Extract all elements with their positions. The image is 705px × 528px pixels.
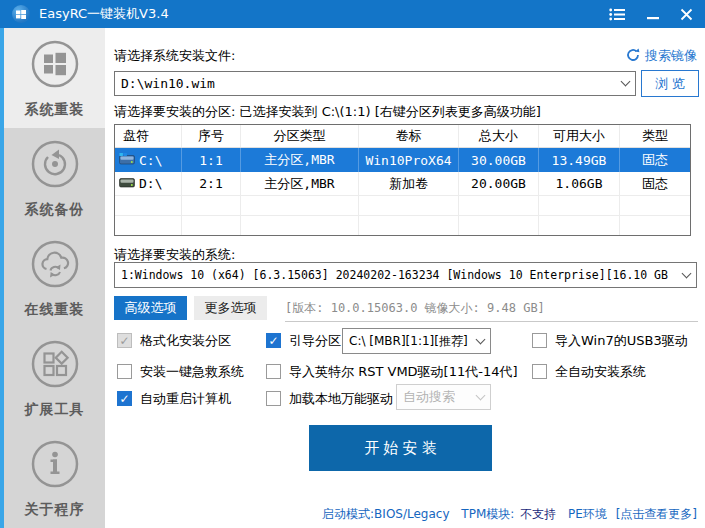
chevron-down-icon <box>682 268 692 278</box>
table-header-cell[interactable]: 类型 <box>620 125 690 147</box>
option-label: 加载本地万能驱动 <box>289 390 393 408</box>
refresh-icon <box>626 48 640 65</box>
version-info: [版本: 10.0.15063.0 镜像大小: 9.48 GB] <box>285 300 698 322</box>
file-path-value: D:\win10.wim <box>121 76 215 91</box>
tools-grid-icon <box>29 338 81 394</box>
chevron-down-icon <box>476 334 486 344</box>
table-header-row: 盘符 序号 分区类型 卷标 总大小 可用大小 类型 <box>115 125 690 148</box>
partition-index: 1:1 <box>182 148 241 172</box>
partition-disk-type: 固态 <box>620 172 690 195</box>
browse-button[interactable]: 浏 览 <box>641 70 699 97</box>
option-format-partition: 格式化安装分区 <box>117 332 231 349</box>
checkbox-format-partition[interactable] <box>117 333 132 348</box>
option-local-driver: 加载本地万能驱动 <box>266 390 393 407</box>
partition-type: 主分区,MBR <box>241 148 359 172</box>
app-window: EasyRC一键装机V3.4 <box>0 0 705 528</box>
drive-icon <box>119 153 135 168</box>
tpm-status: 不支持 <box>520 507 556 521</box>
app-logo-icon <box>12 5 30 23</box>
titlebar: EasyRC一键装机V3.4 <box>0 0 705 28</box>
partition-disk-type: 固态 <box>620 148 690 172</box>
sidebar-item-extension-tools[interactable]: 扩展工具 <box>4 328 105 428</box>
option-label: 全自动安装系统 <box>555 363 646 381</box>
window-title: EasyRC一键装机V3.4 <box>39 5 169 23</box>
partition-volume: 新加卷 <box>359 172 459 195</box>
checkbox-win7-usb3[interactable] <box>532 333 547 348</box>
partition-row-c[interactable]: C:\ 1:1 主分区,MBR Win10ProX64 30.00GB 13.4… <box>115 148 690 172</box>
partition-row-d[interactable]: D:\ 2:1 主分区,MBR 新加卷 20.00GB 1.06GB 固态 <box>115 172 690 196</box>
sidebar-item-system-reinstall[interactable]: 系统重装 <box>4 28 105 128</box>
sidebar-item-label: 扩展工具 <box>25 401 85 419</box>
table-header-cell[interactable]: 序号 <box>182 125 241 147</box>
system-select-value: 1:Windows 10 (x64) [6.3.15063] 20240202-… <box>121 268 668 282</box>
partition-volume: Win10ProX64 <box>359 148 459 172</box>
file-path-combobox[interactable]: D:\win10.wim <box>114 71 636 96</box>
chevron-down-icon <box>476 390 486 400</box>
sidebar-item-label: 关于程序 <box>25 501 85 519</box>
table-header-cell[interactable]: 总大小 <box>459 125 539 147</box>
boot-partition-value: C:\ [MBR][1:1][推荐] <box>349 333 468 350</box>
chevron-down-icon <box>621 77 631 87</box>
view-more-link[interactable]: [点击查看更多] <box>616 507 697 521</box>
search-image-link[interactable]: 搜索镜像 <box>626 47 697 65</box>
partition-select-label: 请选择要安装的分区: 已选择安装到 C:\(1:1) [右键分区列表更多高级功能… <box>114 103 541 121</box>
table-empty-row <box>115 216 690 235</box>
pe-env-text: PE环境 <box>568 507 607 521</box>
partition-free: 13.49GB <box>539 148 620 172</box>
table-header-cell[interactable]: 卷标 <box>359 125 459 147</box>
sidebar: 系统重装 系统备份 <box>4 28 105 528</box>
table-header-cell[interactable]: 可用大小 <box>539 125 620 147</box>
partition-table: 盘符 序号 分区类型 卷标 总大小 可用大小 类型 C:\ <box>114 124 691 236</box>
option-rescue-system: 安装一键急救系统 <box>117 363 244 380</box>
sidebar-item-label: 系统重装 <box>25 101 85 119</box>
system-select-combobox[interactable]: 1:Windows 10 (x64) [6.3.15063] 20240202-… <box>114 262 697 288</box>
sidebar-item-about-program[interactable]: 关于程序 <box>4 428 105 528</box>
table-header-cell[interactable]: 分区类型 <box>241 125 359 147</box>
table-header-cell[interactable]: 盘符 <box>115 125 182 147</box>
option-label: 引导分区: <box>289 332 345 350</box>
checkbox-auto-restart[interactable] <box>117 391 132 406</box>
partition-index: 2:1 <box>182 172 241 195</box>
option-win7-usb3: 导入Win7的USB3驱动 <box>532 332 688 349</box>
partition-type: 主分区,MBR <box>241 172 359 195</box>
option-label: 格式化安装分区 <box>140 332 231 350</box>
option-intel-rst: 导入英特尔 RST VMD驱动[11代-14代] <box>266 363 518 380</box>
sidebar-item-label: 系统备份 <box>25 201 85 219</box>
partition-total: 20.00GB <box>459 172 539 195</box>
partition-drive: C:\ <box>139 153 162 168</box>
minimize-button[interactable] <box>647 8 659 21</box>
sidebar-item-system-backup[interactable]: 系统备份 <box>4 128 105 228</box>
driver-search-value: 自动搜索 <box>403 388 455 406</box>
partition-total: 30.00GB <box>459 148 539 172</box>
sidebar-item-label: 在线重装 <box>25 301 85 319</box>
option-label: 导入Win7的USB3驱动 <box>555 332 688 350</box>
option-auto-restart: 自动重启计算机 <box>117 390 231 407</box>
checkbox-rescue-system[interactable] <box>117 364 132 379</box>
statusbar: 启动模式:BIOS/Legacy TPM模块: 不支持 PE环境 [点击查看更多… <box>110 506 697 523</box>
partition-free: 1.06GB <box>539 172 620 195</box>
sidebar-item-online-reinstall[interactable]: 在线重装 <box>4 228 105 328</box>
tpm-label: TPM模块: <box>461 507 514 521</box>
more-options-button[interactable]: 更多选项 <box>194 296 267 320</box>
advanced-options-button[interactable]: 高级选项 <box>114 296 187 320</box>
checkbox-boot-partition[interactable] <box>266 333 281 348</box>
close-button[interactable] <box>680 8 693 21</box>
start-install-button[interactable]: 开 始 安 装 <box>309 425 492 471</box>
boot-partition-select[interactable]: C:\ [MBR][1:1][推荐] <box>342 328 491 354</box>
partition-drive: D:\ <box>139 176 162 191</box>
option-full-auto: 全自动安装系统 <box>532 363 646 380</box>
checkbox-full-auto[interactable] <box>532 364 547 379</box>
info-icon <box>29 438 81 494</box>
option-label: 安装一键急救系统 <box>140 363 244 381</box>
search-image-label: 搜索镜像 <box>645 47 697 65</box>
menu-icon[interactable] <box>609 8 626 21</box>
option-boot-partition: 引导分区: <box>266 332 345 349</box>
option-label: 自动重启计算机 <box>140 390 231 408</box>
option-label: 导入英特尔 RST VMD驱动[11代-14代] <box>289 363 518 381</box>
boot-mode-text: 启动模式:BIOS/Legacy <box>322 507 449 521</box>
drive-icon <box>119 176 135 191</box>
cloud-refresh-icon <box>29 238 81 294</box>
checkbox-local-driver[interactable] <box>266 391 281 406</box>
checkbox-intel-rst[interactable] <box>266 364 281 379</box>
restore-arrow-icon <box>29 138 81 194</box>
